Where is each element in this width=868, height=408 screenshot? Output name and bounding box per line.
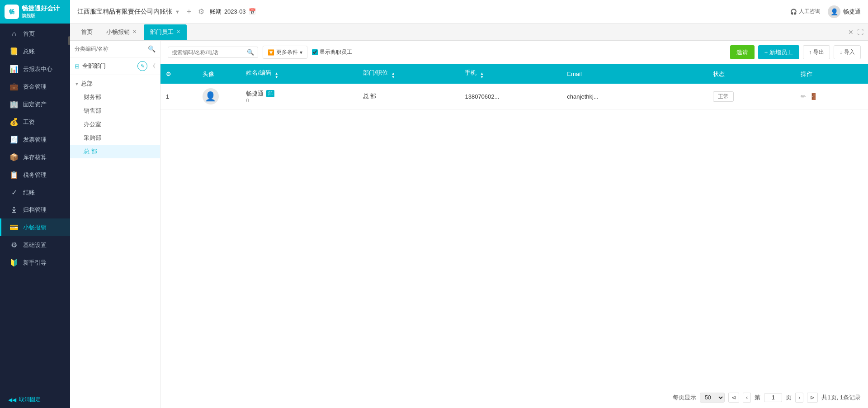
- add-employee-button[interactable]: + 新增员工: [758, 45, 799, 59]
- close-expense-tab[interactable]: ✕: [132, 29, 137, 35]
- resign-checkbox-input[interactable]: [312, 49, 318, 55]
- table-row: 1 👤 畅捷通 部 0 总 部: [160, 84, 868, 109]
- col-email-header: Email: [561, 64, 708, 84]
- sidebar-item-tax[interactable]: 📋 税务管理: [0, 166, 70, 184]
- edit-dept-button[interactable]: ✎: [137, 61, 147, 71]
- dept-item-finance[interactable]: 财务部: [70, 90, 160, 104]
- all-dept-header[interactable]: ⊞ 全部部门 ✎ 《: [70, 57, 160, 75]
- employee-name: 畅捷通: [246, 90, 264, 98]
- cancel-pin-label: 取消固定: [19, 396, 41, 403]
- tab-deptstaff[interactable]: 部门员工 ✕: [144, 24, 187, 40]
- import-button[interactable]: ↓ 导入: [834, 45, 861, 59]
- user-menu[interactable]: 👤 畅捷通: [828, 5, 861, 18]
- first-page-button[interactable]: ⊲: [728, 393, 739, 403]
- close-all-tabs-icon[interactable]: ✕: [848, 28, 854, 36]
- avatar: 👤: [828, 5, 840, 18]
- employee-search-input[interactable]: [172, 49, 244, 56]
- sidebar-item-label: 基础设置: [23, 241, 47, 249]
- col-dept-header[interactable]: 部门/职位 ▲▼: [358, 64, 460, 84]
- employee-table-body: 1 👤 畅捷通 部 0 总 部: [160, 84, 868, 109]
- logo-icon: 畅: [5, 5, 19, 19]
- dept-sort-icon: ▲▼: [392, 72, 395, 79]
- edit-employee-button[interactable]: ✏: [801, 93, 806, 100]
- settings-button[interactable]: ⚙: [198, 7, 204, 16]
- col-avatar-header: 头像: [197, 64, 241, 84]
- company-dropdown-icon: ▼: [175, 9, 180, 14]
- company-selector[interactable]: 江西服宝精品有限责任公司内账张 ▼: [77, 8, 180, 16]
- assets-icon: 💼: [9, 82, 19, 91]
- delete-employee-button[interactable]: 🚪: [810, 93, 817, 100]
- sidebar-item-invoice[interactable]: 🧾 发票管理: [0, 131, 70, 148]
- col-settings[interactable]: ⚙: [160, 64, 197, 84]
- col-name-header[interactable]: 姓名/编码 ▲▼: [241, 64, 357, 84]
- dept-search-icon[interactable]: 🔍: [148, 45, 156, 52]
- sidebar-item-inventory[interactable]: 📦 库存核算: [0, 148, 70, 166]
- cancel-pin-button[interactable]: ◀◀ 取消固定: [0, 391, 70, 408]
- topbar: 江西服宝精品有限责任公司内账张 ▼ ＋ ⚙ 账期 2023-03 📅 🎧 人工咨…: [70, 0, 868, 24]
- toolbar-right-actions: 邀请 + 新增员工 ↑ 导出 ↓ 导入: [730, 45, 861, 59]
- sidebar-item-archive[interactable]: 🗄 归档管理: [0, 201, 70, 218]
- sidebar-item-home[interactable]: ⌂ 首页: [0, 25, 70, 43]
- sidebar-item-label: 归档管理: [23, 206, 47, 214]
- filter-button[interactable]: 🔽 更多条件 ▾: [263, 46, 307, 59]
- app-name: 畅捷通好会计: [22, 5, 60, 13]
- sidebar-item-reports[interactable]: 📊 云报表中心: [0, 60, 70, 78]
- dept-search-input[interactable]: [75, 46, 145, 52]
- dept-item-purchase[interactable]: 采购部: [70, 131, 160, 145]
- tab-expense[interactable]: 小畅报销 ✕: [100, 24, 143, 40]
- period-selector[interactable]: 账期 2023-03 📅: [210, 8, 256, 16]
- sidebar-item-ledger[interactable]: 📒 总账: [0, 43, 70, 60]
- next-page-button[interactable]: ›: [795, 393, 803, 403]
- app-logo: 畅 畅捷通好会计 旗舰版: [0, 0, 70, 24]
- action-buttons: ✏ 🚪: [801, 93, 863, 100]
- dept-search-box: 🔍: [70, 41, 160, 57]
- show-resign-checkbox[interactable]: 显示离职员工: [312, 48, 352, 56]
- employee-table: ⚙ 头像 姓名/编码 ▲▼ 部门/职位 ▲▼: [160, 64, 868, 109]
- sidebar-item-label: 资金管理: [23, 83, 47, 91]
- expand-arrow-icon: ▼: [75, 81, 79, 86]
- tabs-actions: ✕ ⛶: [848, 28, 863, 36]
- invite-button[interactable]: 邀请: [730, 45, 755, 59]
- row-name: 畅捷通 部 0: [241, 84, 357, 109]
- tab-deptstaff-label: 部门员工: [150, 28, 174, 36]
- collapse-panel-icon[interactable]: 《: [150, 62, 156, 70]
- sidebar-item-assets[interactable]: 💼 资金管理: [0, 78, 70, 95]
- last-page-button[interactable]: ⊳: [807, 393, 818, 403]
- page-number-input[interactable]: [764, 393, 782, 402]
- filter-icon: 🔽: [268, 49, 274, 56]
- col-action-header: 操作: [795, 64, 868, 84]
- dept-section-root[interactable]: ▼ 总部: [70, 77, 160, 90]
- dept-item-sales[interactable]: 销售部: [70, 104, 160, 118]
- per-page-select[interactable]: 50 100 200: [700, 393, 725, 403]
- prev-page-button[interactable]: ‹: [743, 393, 751, 403]
- export-button[interactable]: ↑ 导出: [803, 45, 830, 59]
- tab-home[interactable]: 首页: [75, 24, 99, 40]
- tax-icon: 📋: [9, 171, 19, 179]
- add-tab-button[interactable]: ＋: [185, 7, 193, 16]
- tabs-bar: 首页 小畅报销 ✕ 部门员工 ✕ ✕ ⛶: [70, 24, 868, 41]
- sidebar-item-close[interactable]: ✓ 结账: [0, 184, 70, 201]
- grid-icon: ⊞: [75, 63, 80, 70]
- sidebar-nav: ⌂ 首页 📒 总账 📊 云报表中心 💼 资金管理 🏢 固定资产 💰 工资 🧾 发…: [0, 24, 70, 391]
- dept-item-general[interactable]: 总 部: [70, 145, 160, 158]
- sidebar-item-settings[interactable]: ⚙ 基础设置: [0, 236, 70, 254]
- archive-icon: 🗄: [9, 206, 19, 214]
- col-phone-header[interactable]: 手机 ▲▼: [459, 64, 561, 84]
- employee-code: 0: [246, 98, 352, 103]
- inventory-icon: 📦: [9, 153, 19, 161]
- dept-item-office[interactable]: 办公室: [70, 118, 160, 131]
- row-actions: ✏ 🚪: [795, 84, 868, 109]
- sidebar-item-guide[interactable]: 🔰 新手引导: [0, 254, 70, 271]
- reports-icon: 📊: [9, 65, 19, 73]
- app-edition: 旗舰版: [22, 13, 60, 19]
- sidebar-item-label: 固定资产: [23, 100, 47, 109]
- sidebar-item-expense[interactable]: 💳 小畅报销: [0, 218, 70, 236]
- close-deptstaff-tab[interactable]: ✕: [176, 29, 180, 35]
- sidebar-item-label: 发票管理: [23, 136, 47, 144]
- expand-tabs-icon[interactable]: ⛶: [857, 28, 863, 36]
- sidebar-item-salary[interactable]: 💰 工资: [0, 113, 70, 131]
- support-button[interactable]: 🎧 人工咨询: [790, 8, 821, 15]
- sidebar-item-fixed[interactable]: 🏢 固定资产: [0, 95, 70, 113]
- employee-search-icon[interactable]: 🔍: [247, 49, 254, 56]
- status-badge: 正常: [713, 91, 734, 102]
